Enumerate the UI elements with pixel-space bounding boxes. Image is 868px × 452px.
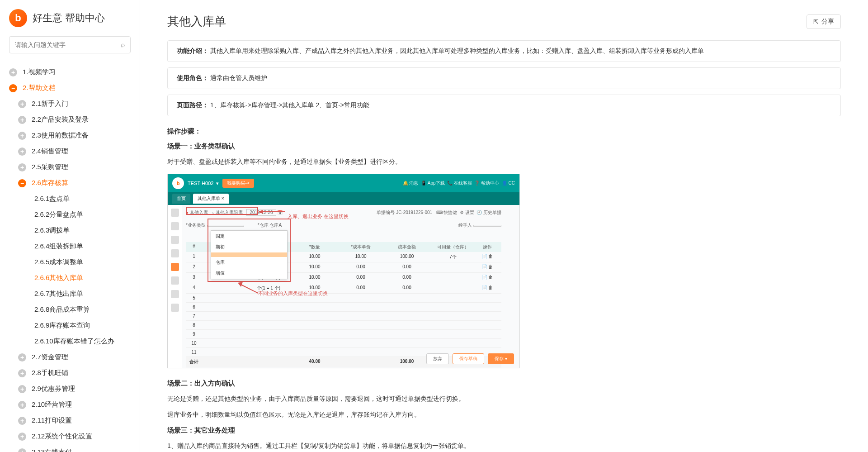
nav-operation[interactable]: +2.10经营管理 [9, 397, 140, 413]
sp-dd-item: 期初 [211, 242, 287, 252]
share-icon: ⇱ [813, 18, 819, 25]
sp-toolbar-cfg: 设置 [465, 210, 474, 215]
sp-toolbar-hist: 历史单据 [483, 210, 501, 215]
sp-topbar: b TEST-H002 ▾ 我要购买-> 🔔 消息 📱 App下载 📞 在线客服… [168, 174, 519, 192]
scene1-title: 场景一：业务类型确认 [167, 142, 841, 151]
plus-icon: + [18, 147, 26, 156]
nav-tree: +1.视频学习 −2.帮助文档 +2.1新手入门 +2.2产品安装及登录 +2.… [9, 64, 140, 452]
scene3-title: 场景三：其它业务处理 [167, 426, 841, 435]
nav-stock-error[interactable]: 2.6.10库存账本错了怎么办 [9, 333, 140, 349]
path-box: 页面路径：1、库存核算->库存管理->其他入库单 2、首页->常用功能 [167, 95, 841, 116]
nav-cost-adjust[interactable]: 2.6.5成本调整单 [9, 254, 140, 270]
sp-tab-doc: 其他入库单 × [193, 194, 229, 204]
sp-docno-label: 单据编号 [377, 210, 395, 215]
minus-icon: − [9, 84, 17, 92]
intro-label: 功能介绍： [177, 47, 208, 54]
sp-tenant: TEST-H002 [188, 181, 213, 186]
sp-wh-label: *仓库 [258, 223, 269, 228]
scene2-text1: 无论是受赠，还是其他类型的业务，由于入库商品质量等原因，需要退回，这时可通过单据… [167, 393, 841, 404]
sp-logo-icon: b [172, 177, 184, 189]
sp-annotation-2: 不同业务的入库类型在这里切换 [258, 290, 328, 297]
nav-mobile-shop[interactable]: +2.8手机旺铺 [9, 365, 140, 381]
nav-inventory[interactable]: −2.6库存核算 [9, 175, 140, 191]
sp-table-row: 8 [186, 321, 501, 330]
intro-box: 功能介绍：其他入库单用来处理除采购入库、产成品入库之外的其他入库业务，因此其他入… [167, 40, 841, 62]
sp-dd-item: 固定 [211, 231, 287, 242]
intro-text: 其他入库单用来处理除采购入库、产成品入库之外的其他入库业务，因此其他入库单可处理… [210, 47, 704, 54]
nav-assembly[interactable]: 2.6.4组装拆卸单 [9, 238, 140, 254]
nav-data-prep[interactable]: +2.3使用前数据准备 [9, 128, 140, 143]
plus-icon: + [18, 132, 26, 140]
sp-radio-return: 其他入库退库 [216, 210, 243, 215]
sp-leftnav [168, 205, 182, 368]
plus-icon: + [18, 100, 26, 108]
path-text: 1、库存核算->库存管理->其他入库单 2、首页->常用功能 [210, 101, 369, 109]
nav-print[interactable]: +2.11打印设置 [9, 413, 140, 428]
nav-stocktake[interactable]: 2.6.1盘点单 [9, 191, 140, 207]
scene2-text2: 退库业务中，明细数量均以负值红色展示。无论是入库还是退库，库存账均记在入库方向。 [167, 409, 841, 420]
plus-icon: + [18, 417, 26, 425]
sp-wh-value: 仓库A [269, 223, 282, 228]
nav-cost-recalc[interactable]: 2.6.8商品成本重算 [9, 302, 140, 318]
search-icon[interactable]: ⌕ [121, 41, 125, 49]
sp-date: 2019-12-26 [246, 209, 276, 216]
sp-nav-icon [171, 304, 179, 312]
plus-icon: + [18, 369, 26, 377]
sp-dd-item: 仓库 [211, 257, 287, 268]
sp-nav-icon-active [171, 263, 179, 271]
sp-handler-label: 经手人 [458, 223, 472, 228]
nav-personalization[interactable]: +2.12系统个性化设置 [9, 428, 140, 444]
sp-tab-home: 首页 [172, 194, 190, 204]
sp-save-button: 保存 ▾ [488, 353, 514, 364]
sp-table-row: 4个(1 = 1 个)10.000.000.00📄 🗑 [186, 283, 501, 294]
plus-icon: + [18, 433, 26, 441]
sp-tabs: 首页 其他入库单 × [168, 192, 519, 205]
sp-dd-item: 增值 [211, 268, 287, 279]
nav-beginner[interactable]: +2.1新手入门 [9, 96, 140, 112]
sp-table-row: 6 [186, 303, 501, 312]
nav-stock-ledger[interactable]: 2.6.9库存账本查询 [9, 318, 140, 333]
scene3-text: 1、赠品入库的商品直接转为销售。通过工具栏【复制/复制为销货单】功能，将单据信息… [167, 440, 841, 452]
sp-table-row: 7 [186, 312, 501, 321]
share-label: 分享 [821, 18, 834, 26]
sp-cancel-button: 放弃 [426, 353, 449, 364]
sp-nav-icon [171, 290, 179, 298]
nav-help-doc[interactable]: −2.帮助文档 [9, 80, 140, 96]
role-label: 使用角色： [177, 74, 208, 81]
nav-online-pay[interactable]: +2.13在线支付 [9, 444, 140, 452]
plus-icon: + [18, 353, 26, 362]
nav-other-inbound[interactable]: 2.6.6其他入库单 [9, 270, 140, 286]
sp-docno: JC-20191226-001 [396, 210, 432, 215]
sp-buy-button: 我要购买-> [222, 179, 254, 188]
role-box: 使用角色：通常由仓管人员维护 [167, 67, 841, 89]
nav-other-outbound[interactable]: 2.6.7其他出库单 [9, 286, 140, 302]
logo-icon: b [9, 9, 27, 27]
sp-table-row: 9 [186, 330, 501, 339]
sp-radio-in: 其他入库 [190, 210, 208, 215]
search-input[interactable] [9, 36, 131, 53]
nav-partial-stocktake[interactable]: 2.6.2分量盘点单 [9, 207, 140, 223]
path-label: 页面路径： [177, 101, 208, 109]
sp-nav-icon [171, 209, 179, 217]
sp-body: ● 其他入库 ○ 其他入库退库 2019-12-26 📅 单据编号 JC-201… [168, 205, 519, 368]
nav-coupon[interactable]: +2.9优惠券管理 [9, 381, 140, 397]
nav-purchase[interactable]: +2.5采购管理 [9, 159, 140, 175]
nav-transfer[interactable]: 2.6.3调拨单 [9, 223, 140, 238]
nav-video-learning[interactable]: +1.视频学习 [9, 64, 140, 80]
plus-icon: + [18, 163, 26, 171]
plus-icon: + [18, 385, 26, 393]
embedded-screenshot: b TEST-H002 ▾ 我要购买-> 🔔 消息 📱 App下载 📞 在线客服… [167, 174, 520, 368]
brand-row: b 好生意 帮助中心 [9, 9, 140, 27]
sp-footer: 放弃 保存草稿 保存 ▾ [426, 353, 514, 364]
nav-install-login[interactable]: +2.2产品安装及登录 [9, 112, 140, 128]
sp-nav-icon [171, 236, 179, 244]
main-content: 其他入库单 ⇱ 分享 功能介绍：其他入库单用来处理除采购入库、产成品入库之外的其… [140, 0, 868, 452]
nav-sales[interactable]: +2.4销售管理 [9, 143, 140, 159]
sp-dd-item-highlight [211, 252, 287, 257]
title-row: 其他入库单 ⇱ 分享 [167, 14, 841, 29]
sp-nav-icon [171, 222, 179, 230]
share-button[interactable]: ⇱ 分享 [807, 14, 841, 29]
nav-funds[interactable]: +2.7资金管理 [9, 349, 140, 365]
content-section: 操作步骤： 场景一：业务类型确认 对于受赠、盘盈或是拆装入库等不同的业务，是通过… [167, 127, 841, 452]
sp-biz-label: *业务类型 [186, 223, 206, 228]
